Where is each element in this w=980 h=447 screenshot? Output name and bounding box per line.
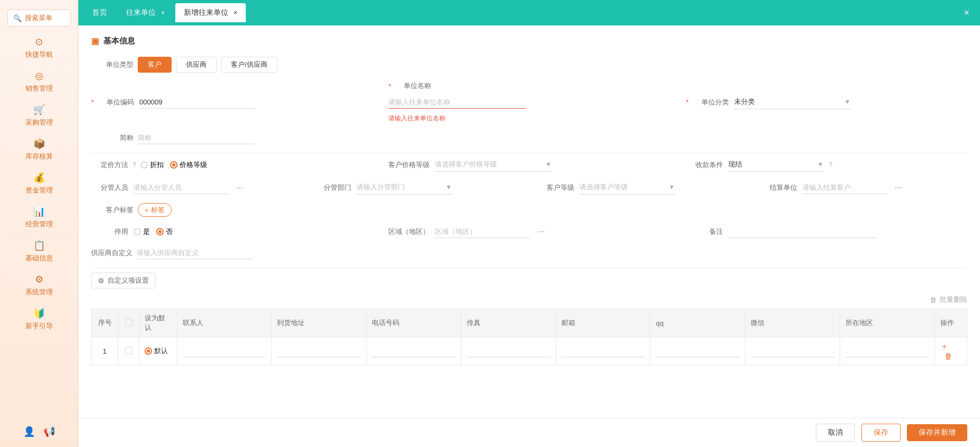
row-check[interactable]: [118, 337, 139, 365]
row-wechat-input[interactable]: [751, 345, 834, 357]
row-qq[interactable]: [651, 337, 745, 365]
unit-type-row: 单位类型 客户 供应商 客户/供应商: [91, 57, 967, 73]
unit-type-customer[interactable]: 客户: [138, 57, 172, 73]
supplier-custom-input[interactable]: [137, 247, 253, 259]
manager-input[interactable]: [133, 181, 229, 194]
row-region-input[interactable]: [845, 345, 929, 357]
row-phone[interactable]: [367, 337, 461, 365]
unit-code-input[interactable]: [139, 96, 256, 109]
save-new-button[interactable]: 保存并新增: [907, 424, 967, 441]
dept-label: 分管部门: [314, 183, 351, 192]
sidebar-item-finance[interactable]: 💰 资金管理: [0, 166, 78, 200]
pricing-discount-radio: [140, 161, 148, 169]
sidebar-item-inventory[interactable]: 📦 库存核算: [0, 133, 78, 166]
remark-input[interactable]: [728, 225, 877, 238]
row-email[interactable]: [556, 337, 651, 365]
unit-category-select[interactable]: 未分类 ▼: [734, 95, 851, 109]
tab-new-contact[interactable]: 新增往来单位 ×: [175, 3, 246, 22]
search-icon: 🔍: [13, 14, 22, 22]
pricing-discount[interactable]: 折扣: [140, 160, 164, 170]
row-email-input[interactable]: [562, 345, 645, 357]
unit-code-col: * 单位编码: [91, 96, 372, 109]
tab-home[interactable]: 首页: [84, 3, 115, 22]
pricing-col: 定价方法 ? 折扣 价格等级: [91, 160, 372, 170]
unit-type-both[interactable]: 客户/供应商: [221, 57, 278, 73]
row-fax-input[interactable]: [467, 345, 550, 357]
sidebar-bottom-actions[interactable]: 👤 📢: [23, 422, 55, 442]
row-address-input[interactable]: [277, 345, 361, 357]
row-fax[interactable]: [461, 337, 556, 365]
region-more-btn[interactable]: ···: [536, 227, 547, 236]
unit-name-col: * 单位名称 请输入往来单位名称: [388, 81, 670, 123]
dept-select[interactable]: 请输入分管部门 ▼: [357, 180, 452, 195]
user-icon[interactable]: 👤: [23, 426, 35, 437]
settlement-input[interactable]: [803, 181, 887, 194]
region-input[interactable]: [435, 225, 530, 238]
header-checkbox[interactable]: [125, 319, 132, 326]
add-tag-button[interactable]: + 标签: [138, 203, 172, 217]
manager-more-btn[interactable]: ···: [234, 183, 245, 192]
supplier-custom-label: 供应商自定义: [91, 248, 132, 258]
remark-col: 备注: [686, 225, 967, 238]
unit-category-col: * 单位分类 未分类 ▼: [686, 95, 967, 109]
payment-chevron: ▼: [817, 161, 824, 168]
cancel-button[interactable]: 取消: [816, 424, 855, 442]
pricing-level-radio: [170, 161, 177, 169]
disabled-no[interactable]: 否: [156, 227, 173, 236]
notification-icon[interactable]: 📢: [43, 426, 55, 437]
save-button[interactable]: 保存: [861, 424, 901, 442]
sidebar-item-sales[interactable]: ◎ 销售管理: [0, 65, 78, 99]
custom-settings-button[interactable]: ⚙ 自定义项设置: [91, 273, 156, 288]
search-menu[interactable]: 🔍 搜索菜单: [7, 10, 71, 27]
tab-contacts[interactable]: 往来单位 ×: [118, 3, 173, 22]
disabled-radio-group: 是 否: [133, 227, 173, 236]
sidebar-item-system[interactable]: ⚙ 系统管理: [0, 268, 78, 302]
row-region[interactable]: [840, 337, 934, 365]
customer-level-select[interactable]: 请选择客户等级 ▼: [580, 180, 675, 195]
customer-price-label: 客户价格等级: [388, 160, 430, 170]
row-contact[interactable]: [177, 337, 272, 365]
row-address[interactable]: [272, 337, 367, 365]
disabled-yes-label: 是: [143, 227, 150, 236]
payment-help-icon[interactable]: ?: [829, 161, 833, 169]
row-delete-icon[interactable]: 🗑: [945, 352, 952, 361]
sidebar-item-label: 新手引导: [25, 321, 53, 331]
unit-type-supplier[interactable]: 供应商: [176, 57, 217, 73]
sidebar-item-guide[interactable]: 🔰 新手引导: [0, 302, 78, 336]
tab-new-contact-close[interactable]: ×: [234, 9, 237, 16]
pricing-level[interactable]: 价格等级: [170, 160, 207, 170]
sidebar-item-basics[interactable]: 📋 基础信息: [0, 234, 78, 268]
disabled-yes-radio: [133, 228, 141, 235]
tab-contacts-close[interactable]: ×: [161, 9, 165, 16]
th-email: 邮箱: [556, 309, 651, 337]
row-add-icon[interactable]: ＋: [940, 341, 948, 350]
unit-name-input[interactable]: [388, 96, 526, 109]
row-contact-input[interactable]: [183, 345, 266, 357]
pricing-help-icon[interactable]: ?: [132, 161, 136, 169]
abbr-input[interactable]: [138, 132, 254, 144]
payment-select[interactable]: 现结 ▼: [728, 157, 824, 172]
tabs-global-close[interactable]: ×: [958, 7, 975, 19]
row-default: 默认: [139, 337, 177, 365]
table-header-row: 序号 设为默认 联系人 到货地址 电话号码 传真 邮箱 qq 微信 所在地区: [92, 309, 967, 337]
row-default-radio-item[interactable]: 默认: [145, 346, 172, 356]
manager-row: 分管人员 ··· 分管部门 请输入分管部门 ▼ 客户等级 请选择客户等级 ▼: [91, 180, 967, 195]
sidebar-item-operations[interactable]: 📊 经营管理: [0, 200, 78, 234]
row-phone-input[interactable]: [372, 345, 456, 357]
customer-price-select[interactable]: 请选择客户价格等级 ▼: [435, 157, 551, 172]
settlement-more-btn[interactable]: ···: [893, 183, 904, 192]
pricing-discount-label: 折扣: [150, 160, 164, 170]
th-qq: qq: [651, 309, 745, 337]
row-checkbox[interactable]: [125, 347, 132, 354]
row-default-label: 默认: [154, 346, 168, 356]
payment-col: 收款条件 现结 ▼ ?: [686, 157, 967, 172]
row-wechat[interactable]: [745, 337, 840, 365]
disabled-yes[interactable]: 是: [133, 227, 150, 236]
batch-delete-label: 批量删除: [940, 295, 967, 304]
batch-delete-btn[interactable]: 🗑 批量删除: [91, 295, 967, 304]
row-qq-input[interactable]: [656, 345, 740, 357]
sidebar-item-purchase[interactable]: 🛒 采购管理: [0, 99, 78, 133]
sidebar-item-quick-nav[interactable]: ⊙ 快捷导航: [0, 31, 78, 65]
row-no: 1: [92, 337, 118, 365]
section-header: ▣ 基本信息: [91, 36, 967, 46]
